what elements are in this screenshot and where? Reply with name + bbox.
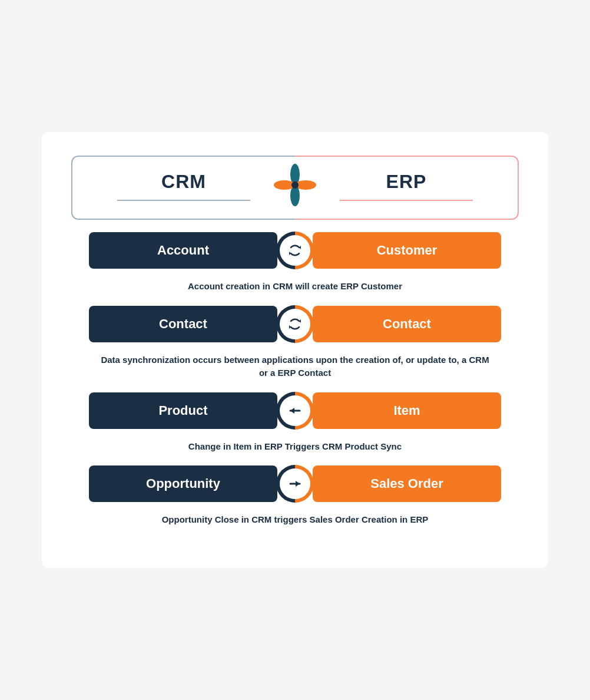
diagram-container: CRM ERP xyxy=(42,132,548,568)
sync-row-opportunity-salesorder: Opportunity Sales Order xyxy=(89,465,501,503)
erp-panel: ERP xyxy=(295,156,519,220)
svg-point-4 xyxy=(291,181,299,189)
crm-panel: CRM xyxy=(71,156,295,220)
sync-icon-account xyxy=(276,232,314,269)
desc-product-item: Change in Item in ERP Triggers CRM Produ… xyxy=(89,434,501,465)
crm-divider xyxy=(117,200,251,201)
sync-row-account-customer: Account Customer xyxy=(89,232,501,269)
sync-row-product-item: Product Item xyxy=(89,392,501,430)
crm-contact: Contact xyxy=(89,306,277,342)
erp-title: ERP xyxy=(295,157,518,197)
erp-divider xyxy=(340,200,473,201)
crm-title: CRM xyxy=(72,157,295,197)
sync-icon-product xyxy=(276,392,314,430)
svg-marker-10 xyxy=(290,408,294,414)
sync-row-contact-contact: Contact Contact xyxy=(89,305,501,343)
crm-account: Account xyxy=(89,232,277,269)
desc-opportunity-salesorder: Opportunity Close in CRM triggers Sales … xyxy=(89,507,501,539)
svg-marker-7 xyxy=(299,319,301,323)
erp-item: Item xyxy=(313,392,501,429)
svg-marker-6 xyxy=(289,252,291,255)
svg-marker-12 xyxy=(296,481,300,487)
desc-contact-contact: Data synchronization occurs between appl… xyxy=(89,348,501,392)
crm-product: Product xyxy=(89,392,277,429)
svg-marker-5 xyxy=(299,246,301,249)
erp-contact: Contact xyxy=(313,306,501,342)
crm-opportunity: Opportunity xyxy=(89,465,277,502)
panels-wrapper: CRM ERP xyxy=(71,156,519,220)
sync-icon-contact xyxy=(276,305,314,343)
erp-salesorder: Sales Order xyxy=(313,465,501,502)
integration-logo xyxy=(271,161,319,209)
svg-marker-8 xyxy=(289,325,291,329)
sync-icon-opportunity xyxy=(276,465,314,503)
sync-rows-container: Account Customer xyxy=(71,220,519,539)
desc-account-customer: Account creation in CRM will create ERP … xyxy=(89,274,501,305)
erp-customer: Customer xyxy=(313,232,501,269)
